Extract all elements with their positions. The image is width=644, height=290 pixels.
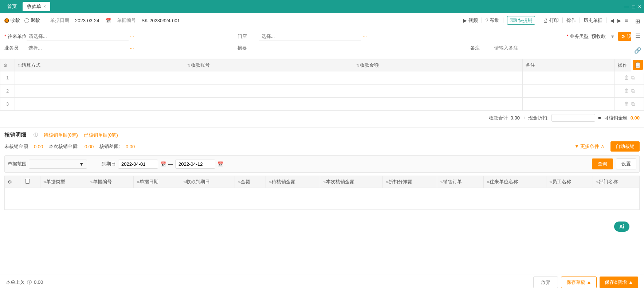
payment-cell[interactable] — [15, 71, 184, 85]
filter-settings-btn[interactable]: 设置 — [616, 158, 636, 169]
window-minimize[interactable]: — — [624, 4, 629, 9]
copy-icon[interactable]: ⧉ — [631, 75, 635, 81]
tab-close-icon[interactable]: × — [43, 4, 46, 9]
verify-tab-pending[interactable]: 待核销单据(0笔) — [44, 132, 78, 138]
tab-active[interactable]: 收款单 × — [23, 2, 50, 11]
bottom-col-3: ⇅单据编号 — [87, 176, 134, 188]
total-label: 收款合计 — [489, 115, 508, 121]
account-cell[interactable] — [184, 71, 353, 85]
verify-stats: 未核销金额 0.00 本次核销金额: 0.00 核销差额: 0.00 ▼ 更多条… — [4, 141, 640, 152]
verify-tab-done[interactable]: 已核销单据(0笔) — [84, 132, 118, 138]
bottom-table: ⚙⇅单据类型⇅单据编号⇅单据日期⇅收款到期日⇅金额⇅待核销金额⇅本次核销金额⇅折… — [4, 176, 640, 210]
discount-input[interactable] — [551, 114, 595, 122]
action-cell: 🗑 ⧉ — [615, 85, 644, 98]
sidebar-icon-grid[interactable]: ⊞ — [633, 16, 643, 26]
save-new-arrow[interactable]: ▲ — [628, 279, 633, 285]
sidebar-icon-doc[interactable]: 📋 — [633, 60, 643, 70]
due-label: 到期日 — [102, 161, 116, 167]
delete-icon[interactable]: 🗑 — [624, 75, 629, 81]
layout-icon[interactable]: ≡ — [625, 17, 628, 24]
staff-more-btn[interactable]: ··· — [130, 45, 134, 51]
due-from-input[interactable] — [118, 160, 158, 169]
sidebar-icon-link[interactable]: 🔗 — [633, 45, 643, 55]
window-maximize[interactable]: □ — [632, 4, 635, 9]
footer-info-icon[interactable]: ⓘ — [27, 279, 32, 286]
prev-icon[interactable]: ◀ — [610, 18, 614, 23]
payment-cell[interactable] — [15, 85, 184, 98]
auto-verify-btn[interactable]: 自动核销 — [610, 141, 640, 152]
save-new-btn[interactable]: 保存&新增 ▲ — [600, 277, 638, 288]
discard-btn[interactable]: 放弃 — [533, 277, 558, 288]
copy-icon[interactable]: ⧉ — [631, 88, 635, 94]
help-btn[interactable]: ? 帮助 — [486, 17, 499, 24]
filter-btn[interactable]: ▼ 更多条件 ∧ — [574, 143, 605, 150]
window-close[interactable]: × — [638, 4, 641, 9]
calendar-to-icon[interactable]: 📅 — [217, 161, 223, 167]
operation-btn[interactable]: 操作 — [566, 17, 576, 24]
copy-icon[interactable]: ⧉ — [631, 101, 635, 107]
delete-icon[interactable]: 🗑 — [624, 88, 629, 94]
store-more-btn[interactable]: ··· — [363, 34, 367, 39]
party-input[interactable] — [27, 32, 129, 40]
account-cell[interactable] — [184, 85, 353, 98]
biz-type-dropdown[interactable]: ▼ — [610, 34, 615, 39]
remark-field: 备注 — [470, 44, 640, 52]
ai-badge[interactable]: Ai — [614, 222, 629, 232]
save-draft-btn[interactable]: 保存草稿 ▲ — [561, 277, 597, 288]
remark-label: 备注 — [470, 45, 492, 51]
calendar-icon[interactable]: 📅 — [105, 18, 111, 23]
delete-icon[interactable]: 🗑 — [624, 101, 629, 107]
remark-cell[interactable] — [523, 98, 615, 111]
print-btn[interactable]: 🖨 打印 — [543, 17, 559, 24]
bottom-col-10: ⇅销售订单 — [437, 176, 484, 188]
range-select[interactable]: ▼ — [29, 160, 87, 169]
col-gear[interactable]: ⚙ — [0, 59, 15, 71]
save-draft-arrow[interactable]: ▲ — [587, 279, 592, 285]
divider5 — [580, 17, 580, 23]
amount-cell[interactable] — [353, 98, 523, 111]
bottom-col-7: ⇅待核销金额 — [266, 176, 320, 188]
verify-label: 可核销金额 — [604, 115, 628, 121]
action-cell: 🗑 ⧉ — [615, 71, 644, 85]
remark-input[interactable] — [492, 44, 640, 52]
radio-refund[interactable]: 退款 — [24, 17, 40, 24]
verify-info-icon[interactable]: ⓘ — [34, 132, 38, 138]
staff-input[interactable] — [26, 44, 128, 52]
party-more-btn[interactable]: ··· — [130, 34, 134, 39]
video-btn[interactable]: ▶ 视频 — [463, 17, 478, 24]
radio-receipt[interactable]: 收款 — [4, 17, 20, 24]
payment-cell[interactable] — [15, 98, 184, 111]
next-icon[interactable]: ▶ — [617, 18, 621, 23]
query-btn[interactable]: 查询 — [592, 158, 613, 169]
sidebar-icon-list[interactable]: ☰ — [633, 31, 643, 41]
biz-type-value: 预收款 — [592, 33, 606, 40]
tab-active-label: 收款单 — [27, 3, 41, 10]
summary-label: 摘要 — [237, 45, 259, 51]
bottom-col-5: ⇅收款到期日 — [180, 176, 235, 188]
remark-cell[interactable] — [523, 85, 615, 98]
store-input[interactable] — [259, 32, 361, 40]
history-btn[interactable]: 历史单据 — [584, 17, 602, 24]
due-to-input[interactable] — [175, 160, 215, 169]
toolbar-right: ▶ 视频 ? 帮助 ⌨ 快捷键 🖨 打印 操作 — [463, 16, 640, 25]
bottom-col-9: ⇅折扣分摊额 — [382, 176, 437, 188]
remark-cell[interactable] — [523, 71, 615, 85]
bottom-col-0[interactable]: ⚙ — [5, 176, 22, 188]
tab-bar: 首页 收款单 × — □ × — [0, 0, 644, 13]
account-cell[interactable] — [184, 98, 353, 111]
shortcut-btn[interactable]: ⌨ 快捷键 — [507, 16, 535, 25]
col-amount: ⇅收款金额 — [353, 59, 523, 71]
amount-cell[interactable] — [353, 71, 523, 85]
select-all-checkbox[interactable] — [25, 179, 30, 184]
summary-input[interactable] — [259, 44, 376, 52]
divider — [482, 17, 482, 23]
filter-row: 单据范围 ▼ 到期日 📅 — 📅 查询 设置 — [4, 155, 640, 173]
calendar-from-icon[interactable]: 📅 — [160, 161, 166, 167]
amount-cell[interactable] — [353, 85, 523, 98]
action-cell: 🗑 ⧉ — [615, 98, 644, 111]
total-value: 0.00 — [511, 115, 520, 121]
bottom-table-container: ⚙⇅单据类型⇅单据编号⇅单据日期⇅收款到期日⇅金额⇅待核销金额⇅本次核销金额⇅折… — [4, 176, 640, 210]
tab-home[interactable]: 首页 — [3, 2, 21, 11]
party-label: 往来单位 — [4, 33, 27, 40]
bottom-col-1[interactable] — [22, 176, 40, 188]
